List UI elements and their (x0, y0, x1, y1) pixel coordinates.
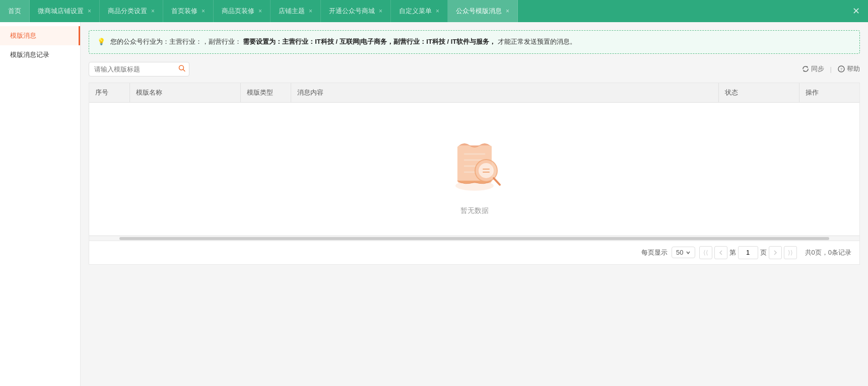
page-number-input[interactable] (738, 246, 758, 259)
notice-highlight: 需要设置为：主营行业：IT科技 / 互联网|电子商务，副营行业：IT科技 / I… (243, 38, 496, 45)
search-input-wrap (89, 62, 189, 76)
tab-close-icon[interactable]: × (436, 8, 439, 15)
page-size-label: 每页显示 (641, 248, 667, 257)
col-header-type: 模版类型 (240, 83, 291, 102)
chevron-left-icon (719, 250, 723, 255)
tab-close-icon[interactable]: × (506, 8, 509, 15)
tab-close-icon[interactable]: × (309, 8, 312, 15)
content-area: 💡 您的公众号行业为：主营行业：，副营行业： 需要设置为：主营行业：IT科技 /… (81, 22, 868, 386)
tab-label: 首页装修 (171, 7, 197, 16)
tab-item-7[interactable]: 自定义菜单× (391, 0, 448, 22)
svg-text:?: ? (840, 67, 842, 72)
tab-label: 商品页装修 (222, 7, 254, 16)
tab-item-8[interactable]: 公众号模版消息× (448, 0, 518, 22)
sidebar-item-1[interactable]: 模版消息记录 (0, 45, 80, 64)
tab-close-icon[interactable]: × (379, 8, 382, 15)
help-button[interactable]: ? 帮助 (838, 64, 860, 73)
page-prev-button[interactable] (714, 246, 727, 259)
search-left (89, 62, 189, 76)
scroll-thumb[interactable] (119, 237, 829, 240)
pagination: 每页显示 50 ⟨⟨ 第 页 (89, 241, 859, 264)
table-header: 序号 模版名称 模版类型 消息内容 状态 操作 (89, 83, 859, 103)
page-size-select[interactable]: 50 (672, 247, 695, 258)
tab-label: 公众号模版消息 (456, 7, 502, 16)
tab-label: 店铺主题 (279, 7, 305, 16)
tab-label: 首页 (8, 7, 21, 16)
col-header-seq: 序号 (89, 83, 129, 102)
page-next-button[interactable] (769, 246, 782, 259)
notice-suffix: 才能正常发送预置的消息。 (498, 38, 576, 45)
notice-box: 💡 您的公众号行业为：主营行业：，副营行业： 需要设置为：主营行业：IT科技 /… (89, 30, 860, 54)
notice-icon: 💡 (97, 38, 105, 45)
sync-button[interactable]: 同步 (802, 64, 824, 73)
tab-bar: 首页微商城店铺设置×商品分类设置×首页装修×商品页装修×店铺主题×开通公众号商城… (0, 0, 868, 22)
empty-text: 暂无数据 (460, 206, 489, 215)
tab-label: 开通公众号商城 (329, 7, 375, 16)
tab-item-1[interactable]: 微商城店铺设置× (30, 0, 100, 22)
data-table: 序号 模版名称 模版类型 消息内容 状态 操作 (89, 83, 860, 265)
tab-label: 商品分类设置 (108, 7, 147, 16)
tab-item-0[interactable]: 首页 (0, 0, 30, 22)
page-size-value: 50 (676, 249, 683, 256)
search-bar: 同步 | ? 帮助 (89, 62, 860, 76)
page-first-button[interactable]: ⟨⟨ (699, 246, 712, 259)
notice-prefix: 您的公众号行业为：主营行业：，副营行业： (110, 38, 241, 45)
tab-label: 自定义菜单 (399, 7, 432, 16)
col-header-name: 模版名称 (129, 83, 240, 102)
tab-close-icon[interactable]: × (151, 8, 155, 15)
horizontal-scrollbar[interactable] (89, 236, 859, 241)
page-unit: 页 (760, 248, 767, 257)
search-button[interactable] (178, 65, 185, 73)
toolbar-divider: | (830, 65, 832, 73)
tab-close-icon[interactable]: × (202, 8, 205, 15)
empty-illustration (439, 133, 510, 198)
empty-state: 暂无数据 (89, 103, 859, 236)
svg-line-1 (183, 69, 185, 71)
svg-line-11 (494, 178, 500, 185)
page-nav: ⟨⟨ 第 页 ⟩⟩ (699, 246, 797, 259)
page-label-di: 第 (729, 248, 736, 257)
col-header-action: 操作 (799, 83, 859, 102)
page-last-button[interactable]: ⟩⟩ (784, 246, 797, 259)
sync-label: 同步 (811, 64, 824, 73)
tab-close-icon[interactable]: × (258, 8, 262, 15)
tab-label: 微商城店铺设置 (38, 7, 84, 16)
search-input[interactable] (89, 62, 189, 76)
search-right: 同步 | ? 帮助 (802, 64, 860, 73)
sidebar: 模版消息模版消息记录 (0, 22, 81, 386)
tab-item-3[interactable]: 首页装修× (163, 0, 214, 22)
page-total-text: 共0页，0条记录 (805, 248, 851, 257)
svg-point-10 (479, 163, 494, 178)
tab-item-2[interactable]: 商品分类设置× (100, 0, 163, 22)
tab-item-6[interactable]: 开通公众号商城× (321, 0, 391, 22)
main-layout: 模版消息模版消息记录 💡 您的公众号行业为：主营行业：，副营行业： 需要设置为：… (0, 22, 868, 386)
chevron-down-icon (686, 250, 691, 255)
tab-item-5[interactable]: 店铺主题× (271, 0, 321, 22)
sidebar-item-0[interactable]: 模版消息 (0, 26, 80, 45)
chevron-right-icon (773, 250, 777, 255)
help-icon: ? (838, 65, 845, 72)
help-label: 帮助 (847, 64, 860, 73)
col-header-status: 状态 (718, 83, 799, 102)
tab-close-icon[interactable]: × (88, 8, 91, 15)
tab-bar-close-button[interactable]: ✕ (844, 6, 868, 17)
sync-icon (802, 65, 809, 72)
col-header-content: 消息内容 (291, 83, 718, 102)
tab-item-4[interactable]: 商品页装修× (214, 0, 271, 22)
